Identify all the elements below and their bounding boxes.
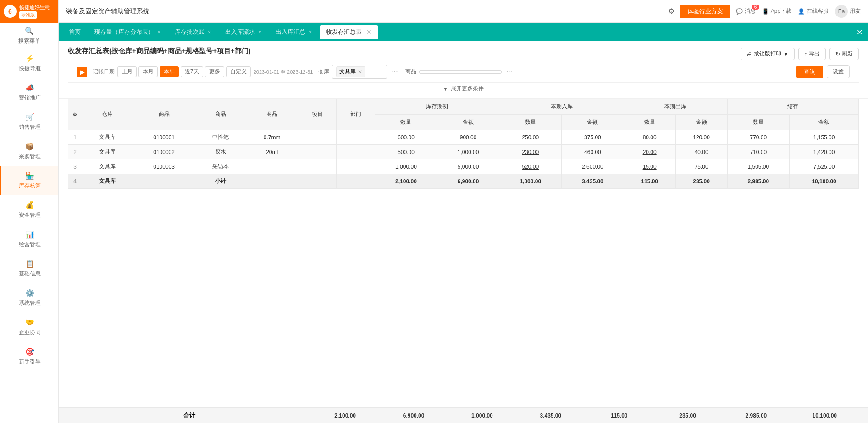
row-department bbox=[337, 159, 375, 174]
date-btn-cur-month[interactable]: 本月 bbox=[138, 66, 158, 77]
tab-inventory-dist-label: 现存量（库存分布表） bbox=[94, 28, 154, 36]
row-balance-qty: 1,505.00 bbox=[727, 159, 790, 174]
footer-opening-amt: 6,900.00 bbox=[379, 412, 448, 419]
sidebar-item-search[interactable]: 🔍 搜索菜单 bbox=[0, 23, 58, 49]
main-content: 装备及固定资产辅助管理系统 ⚙ 体验行业方案 💬 消息 6 📱 App下载 👤 … bbox=[59, 0, 868, 423]
col-balance-amt: 金额 bbox=[790, 115, 859, 130]
sidebar-item-base-info[interactable]: 📋 基础信息 bbox=[0, 254, 58, 283]
date-btn-more[interactable]: 更多 bbox=[205, 66, 224, 77]
user-item[interactable]: Ea 用友 bbox=[835, 5, 861, 18]
export-button[interactable]: ↑ 导出 bbox=[798, 48, 826, 60]
tab-summary[interactable]: 出入库汇总 ✕ bbox=[269, 25, 319, 39]
finance-icon: 💰 bbox=[25, 201, 34, 209]
online-service-item[interactable]: 👤 在线客服 bbox=[798, 7, 829, 15]
experience-button[interactable]: 体验行业方案 bbox=[680, 5, 730, 18]
tab-collect-summary[interactable]: 收发存汇总表 ✕ bbox=[320, 25, 378, 39]
sidebar-item-operations[interactable]: 📊 经营管理 bbox=[0, 225, 58, 254]
app-download-label: App下载 bbox=[771, 7, 791, 15]
warehouse-tag-text: 文具库 bbox=[339, 68, 356, 76]
sidebar-item-guide[interactable]: 🎯 新手引导 bbox=[0, 342, 58, 371]
expand-more-row[interactable]: ▼ 展开更多条件 bbox=[68, 83, 859, 94]
row-out-qty[interactable]: 20.00 bbox=[624, 145, 675, 159]
date-btn-7days[interactable]: 近7天 bbox=[181, 66, 203, 77]
system-title: 装备及固定资产辅助管理系统 bbox=[66, 7, 663, 16]
sidebar-item-collab[interactable]: 🤝 企业协同 bbox=[0, 313, 58, 342]
date-btn-custom[interactable]: 自定义 bbox=[226, 66, 251, 77]
tab-home[interactable]: 首页 bbox=[62, 25, 87, 39]
row-in-qty[interactable]: 520.00 bbox=[499, 159, 562, 174]
filter-settings-button[interactable]: 设置 bbox=[827, 65, 850, 78]
sidebar-item-system[interactable]: ⚙️ 系统管理 bbox=[0, 283, 58, 313]
col-opening-amt: 金额 bbox=[437, 115, 499, 130]
sidebar-item-quick-nav[interactable]: ⚡ 快捷导航 bbox=[0, 49, 58, 78]
row-out-qty[interactable]: 15.00 bbox=[624, 159, 675, 174]
warehouse-more-dots[interactable]: ··· bbox=[390, 68, 399, 76]
date-btn-prev-month[interactable]: 上月 bbox=[117, 66, 137, 77]
message-item[interactable]: 💬 消息 6 bbox=[736, 7, 756, 15]
collab-icon: 🤝 bbox=[25, 318, 34, 327]
logo-text: 畅捷通好生意 bbox=[19, 4, 50, 11]
sidebar-item-label: 系统管理 bbox=[19, 299, 41, 307]
print-button[interactable]: 🖨 拔锁版打印 ▼ bbox=[741, 48, 795, 60]
marketing-icon: 📣 bbox=[25, 83, 34, 92]
row-goods-code bbox=[133, 174, 195, 189]
row-out-qty[interactable]: 80.00 bbox=[624, 130, 675, 145]
tab-batch-ledger[interactable]: 库存批次账 ✕ bbox=[168, 25, 218, 39]
warehouse-tag-close[interactable]: ✕ bbox=[358, 69, 362, 75]
sidebar-item-inventory[interactable]: 🏪 库存核算 bbox=[0, 166, 58, 195]
date-label: 记账日期 bbox=[93, 68, 115, 76]
warehouse-label: 仓库 bbox=[318, 68, 329, 76]
row-project bbox=[298, 145, 337, 159]
sidebar: 6 畅捷通好生意 标准版 🔍 搜索菜单 ⚡ 快捷导航 📣 营销推广 🛒 销售管理… bbox=[0, 0, 59, 423]
row-goods-name: 胶水 bbox=[195, 145, 246, 159]
tab-summary-close[interactable]: ✕ bbox=[308, 29, 312, 35]
col-settings[interactable]: ⚙ bbox=[68, 99, 82, 130]
refresh-button[interactable]: ↻ 刷新 bbox=[829, 48, 859, 60]
date-btn-cur-year[interactable]: 本年 bbox=[160, 66, 179, 77]
date-filter-group: 记账日期 上月 本月 本年 近7天 更多 自定义 2023-01-01 至 20… bbox=[93, 66, 313, 77]
row-num: 2 bbox=[68, 145, 82, 159]
row-opening-qty: 600.00 bbox=[375, 130, 437, 145]
row-in-qty[interactable]: 230.00 bbox=[499, 145, 562, 159]
table-footer: 合计 2,100.00 6,900.00 1,000.00 3,435.00 1… bbox=[59, 407, 868, 423]
tab-inventory-dist-close[interactable]: ✕ bbox=[157, 29, 161, 35]
date-buttons: 上月 本月 本年 近7天 更多 自定义 bbox=[117, 66, 251, 77]
settings-icon[interactable]: ⚙ bbox=[668, 7, 674, 16]
row-out-amt: 75.00 bbox=[675, 159, 727, 174]
tab-flow[interactable]: 出入库流水 ✕ bbox=[219, 25, 268, 39]
sidebar-item-marketing[interactable]: 📣 营销推广 bbox=[0, 78, 58, 107]
tab-batch-ledger-close[interactable]: ✕ bbox=[207, 29, 211, 35]
row-opening-amt: 900.00 bbox=[437, 130, 499, 145]
sidebar-item-label: 基础信息 bbox=[19, 270, 41, 278]
tab-batch-ledger-label: 库存批次账 bbox=[175, 28, 205, 36]
col-balance-qty: 数量 bbox=[727, 115, 790, 130]
tab-flow-close[interactable]: ✕ bbox=[258, 29, 262, 35]
row-in-qty[interactable]: 1,000.00 bbox=[499, 174, 562, 189]
goods-select[interactable] bbox=[419, 70, 502, 74]
row-num: 3 bbox=[68, 159, 82, 174]
row-department bbox=[337, 145, 375, 159]
row-goods-spec: 20ml bbox=[246, 145, 298, 159]
goods-more-dots[interactable]: ··· bbox=[504, 68, 514, 76]
query-button[interactable]: 查询 bbox=[796, 66, 823, 78]
warehouse-select[interactable]: 文具库 ✕ bbox=[332, 65, 387, 79]
sidebar-item-finance[interactable]: 💰 资金管理 bbox=[0, 195, 58, 225]
inventory-icon: 🏪 bbox=[25, 171, 34, 180]
filter-bar: ▶ 记账日期 上月 本月 本年 近7天 更多 自定义 2023-01-01 至 … bbox=[68, 61, 859, 83]
user-label: 用友 bbox=[850, 7, 861, 15]
online-service-label: 在线客服 bbox=[807, 7, 829, 15]
row-out-qty[interactable]: 115.00 bbox=[624, 174, 675, 189]
sidebar-item-purchase[interactable]: 📦 采购管理 bbox=[0, 137, 58, 166]
col-warehouse: 仓库 bbox=[82, 99, 133, 130]
sidebar-item-label: 新手引导 bbox=[19, 358, 41, 366]
row-in-qty[interactable]: 250.00 bbox=[499, 130, 562, 145]
filter-expand-button[interactable]: ▶ bbox=[77, 67, 87, 77]
tab-inventory-dist[interactable]: 现存量（库存分布表） ✕ bbox=[88, 25, 167, 39]
row-goods-name: 采访本 bbox=[195, 159, 246, 174]
tab-bar-close-icon[interactable]: ✕ bbox=[855, 26, 864, 38]
tab-collect-summary-close[interactable]: ✕ bbox=[366, 28, 372, 36]
app-download-item[interactable]: 📱 App下载 bbox=[762, 7, 791, 15]
sidebar-item-sales[interactable]: 🛒 销售管理 bbox=[0, 107, 58, 137]
row-balance-amt: 1,155.00 bbox=[790, 130, 859, 145]
row-balance-qty: 770.00 bbox=[727, 130, 790, 145]
